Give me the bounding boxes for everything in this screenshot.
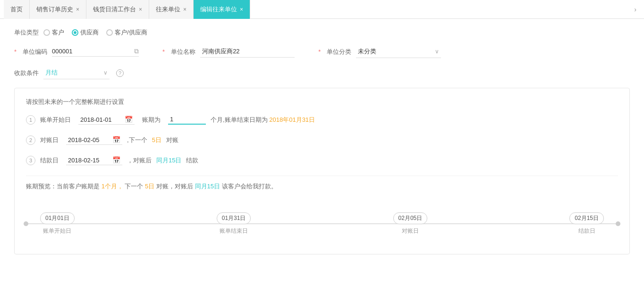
main-content: 单位类型 客户 供应商 客户/供应商 * 单位编码 ⧉ * 单位名称 [0,19,644,287]
timeline-point-1: 01月01日 账单开始日 [40,212,75,235]
tab-cash-work[interactable]: 钱货日清工作台 × [86,0,149,19]
period-label-1: 账期为 [142,116,161,124]
unit-class-label: 单位分类 [327,48,351,56]
required-star-class: * [318,48,321,55]
tab-bar: 首页 销售订单历史 × 钱货日清工作台 × 往来单位 × 编辑往来单位 × › [0,0,644,19]
tl-label-1: 账单开始日 [43,227,71,235]
preview-highlight1: 1个月， [102,183,123,190]
calendar-icon-2[interactable]: 📅 [112,136,120,144]
timeline-end-dot [616,221,620,226]
period-end-highlight-1: 2018年01月31日 [269,116,315,123]
tl-label-2: 账单结束日 [220,227,248,235]
settings-panel: 请按照未来的一个完整帐期进行设置 1 账单开始日 📅 账期为 个月,账单结束日期… [14,88,630,254]
desc-prefix-3: ，对账后 [127,156,152,165]
unit-type-row: 单位类型 客户 供应商 客户/供应商 [14,28,630,37]
tl-bubble-2: 01月31日 [217,212,251,224]
date-input-3: 📅 [66,155,122,165]
unit-details-row: * 单位编码 ⧉ * 单位名称 * 单位分类 未分类 ∨ [14,45,630,58]
period-suffix-1: 个月,账单结束日期为 2018年01月31日 [211,116,315,124]
tab-edit-partner[interactable]: 编辑往来单位 × [194,0,250,19]
unit-name-input[interactable] [200,46,295,58]
setting-row-1: 1 账单开始日 📅 账期为 个月,账单结束日期为 2018年01月31日 [26,115,618,125]
copy-icon[interactable]: ⧉ [134,47,139,55]
date-input-1: 📅 [78,115,135,125]
row-num-3: 3 [26,156,35,165]
desc-prefix-2: ,下一个 [127,136,147,144]
desc-suffix-2: 对账 [166,136,178,144]
preview-highlight2: 5日 [145,183,154,190]
radio-supplier[interactable]: 供应商 [72,28,99,37]
calendar-icon-3[interactable]: 📅 [112,156,120,164]
tl-label-4: 结款日 [578,227,595,235]
timeline-container: 01月01日 账单开始日 01月31日 账单结束日 02月05日 对账日 02月… [26,203,618,245]
unit-class-value: 未分类 [358,47,432,56]
setting-row-2: 2 对账日 📅 ,下一个 5日 对账 [26,135,618,145]
tl-bubble-4: 02月15日 [569,212,604,224]
unit-class-select[interactable]: 未分类 ∨ [356,45,441,58]
timeline-point-4: 02月15日 结款日 [569,212,604,235]
radio-circle-supplier [72,29,78,36]
timeline-point-2: 01月31日 账单结束日 [217,212,251,235]
calendar-icon-1[interactable]: 📅 [125,116,133,123]
tab-partner-unit[interactable]: 往来单位 × [149,0,194,19]
timeline-start-dot [24,221,28,226]
date-input-2: 📅 [66,135,122,145]
tl-label-3: 对账日 [402,227,419,235]
panel-title: 请按照未来的一个完整帐期进行设置 [26,98,618,106]
timeline-points: 01月01日 账单开始日 01月31日 账单结束日 02月05日 对账日 02月… [40,212,604,235]
close-tab-edit-icon[interactable]: × [240,6,243,13]
payment-terms-label: 收款条件 [14,69,39,77]
period-input-1[interactable] [168,115,206,125]
close-tab-partner-icon[interactable]: × [183,6,186,13]
unit-class-dropdown-icon: ∨ [435,48,439,55]
required-star-code: * [14,48,17,55]
unit-code-field: ⧉ [52,47,139,57]
row-label-2: 对账日 [40,136,59,144]
payment-terms-value: 月结 [45,68,101,77]
desc-highlight-2: 5日 [152,136,161,144]
date-input-field-3[interactable] [68,157,110,164]
unit-code-input[interactable] [52,48,131,55]
preview-section: 账期预览：当前客户账期是 1个月， 下一个 5日 对账，对账后 同月15日 该客… [26,176,618,245]
row-num-1: 1 [26,115,35,125]
tl-bubble-3: 02月05日 [393,212,428,224]
radio-circle-customer [43,29,50,36]
payment-terms-select[interactable]: 月结 ∨ [43,67,110,79]
desc-suffix-3: 结款 [186,156,198,165]
tab-home[interactable]: 首页 [4,0,30,19]
preview-text: 账期预览：当前客户账期是 1个月， 下一个 5日 对账，对账后 同月15日 该客… [26,181,618,192]
tl-bubble-1: 01月01日 [40,212,75,224]
close-tab-cash-icon[interactable]: × [139,6,142,13]
row-label-1: 账单开始日 [40,116,71,124]
unit-type-label: 单位类型 [14,28,39,37]
setting-row-3: 3 结款日 📅 ，对账后 同月15日 结款 [26,155,618,165]
required-star-name: * [162,48,165,55]
row-num-2: 2 [26,135,35,145]
close-tab-sales-icon[interactable]: × [76,6,79,13]
tab-scroll-right[interactable]: › [630,6,640,13]
unit-name-label: 单位名称 [171,48,195,56]
unit-type-radio-group: 客户 供应商 客户/供应商 [43,28,147,37]
radio-both[interactable]: 客户/供应商 [106,28,147,37]
radio-circle-both [106,29,113,36]
unit-code-label: 单位编码 [23,48,47,56]
date-input-field-2[interactable] [68,136,110,144]
tab-sales-order-history[interactable]: 销售订单历史 × [30,0,86,19]
timeline-point-3: 02月05日 对账日 [393,212,428,235]
row-label-3: 结款日 [40,156,59,165]
payment-terms-row: 收款条件 月结 ∨ ? [14,67,630,79]
date-input-field-1[interactable] [80,116,123,123]
preview-highlight3: 同月15日 [195,183,220,190]
desc-highlight-3: 同月15日 [156,156,181,165]
radio-customer[interactable]: 客户 [43,28,64,37]
payment-terms-help-icon[interactable]: ? [116,69,124,77]
payment-terms-dropdown-icon: ∨ [103,69,108,76]
